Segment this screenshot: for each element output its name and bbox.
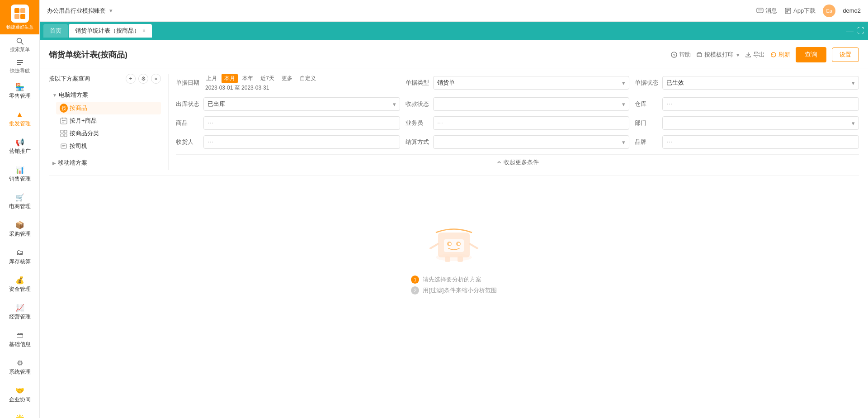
app-download-label: App下载 [793, 7, 816, 15]
brand-input[interactable]: ··· [662, 135, 859, 149]
sidebar-item-system[interactable]: ⚙ 系统管理 [2, 354, 38, 380]
sidebar-item-retail[interactable]: 🏪 零售管理 [2, 78, 38, 104]
tree-desktop-group[interactable]: ▼ 电脑端方案 [49, 88, 161, 102]
template-print-btn[interactable]: 按模板打印 ▾ [696, 51, 740, 59]
quick-nav-item[interactable]: 快捷导航 [0, 56, 39, 77]
marketing-label: 营销推广 [9, 147, 31, 155]
warehouse-label: 仓库 [635, 100, 660, 108]
tab-minimize-btn[interactable]: — [846, 27, 854, 35]
export-btn[interactable]: 导出 [745, 51, 765, 59]
settings-scheme-btn[interactable]: ⚙ [138, 74, 148, 84]
retail-label: 零售管理 [9, 92, 31, 100]
doc-status-label: 单据状态 [635, 79, 660, 87]
product-input[interactable]: ··· [203, 116, 400, 130]
tab-maximize-btn[interactable]: ⛶ [857, 27, 864, 35]
app-download-btn[interactable]: App下载 [784, 7, 816, 15]
sidebar: 畅捷通好生意 搜索菜单 快捷导航 🏪 零售管理 ▲ 批发管理 📢 营销推广 [0, 0, 40, 418]
settlement-input[interactable]: ▾ [433, 135, 630, 149]
doc-type-input[interactable]: 销货单 ▾ [433, 76, 630, 90]
sidebar-item-inventory[interactable]: 🗂 库存核算 [2, 243, 38, 270]
operations-icon: 📈 [15, 303, 24, 312]
svg-rect-6 [17, 60, 23, 61]
refresh-icon [770, 52, 777, 58]
export-icon [745, 52, 751, 58]
sidebar-item-operations[interactable]: 📈 经营管理 [2, 299, 38, 325]
warehouse-input[interactable]: ··· [662, 97, 859, 111]
receiver-input[interactable]: ··· [203, 135, 400, 149]
inventory-label: 库存核算 [9, 258, 31, 266]
refresh-label: 刷新 [778, 51, 790, 59]
help-btn[interactable]: ? 帮助 [671, 51, 691, 59]
quicknav-icon [16, 58, 24, 66]
industry-dropdown[interactable]: ▾ [109, 7, 113, 14]
user-name: demo2 [843, 7, 861, 14]
collapse-panel-btn[interactable]: « [151, 74, 161, 84]
date-tab-7days[interactable]: 近7天 [258, 74, 277, 83]
empty-illustration [427, 212, 481, 266]
date-tab-last-month[interactable]: 上月 [203, 74, 220, 83]
tree-item-by-month-product[interactable]: 按月+商品 [56, 114, 161, 127]
avatar-initials: Ea [826, 8, 832, 14]
tab-home[interactable]: 首页 [43, 24, 68, 38]
tree-item-by-scanner[interactable]: 按司机 [56, 140, 161, 152]
avatar[interactable]: Ea [823, 5, 835, 17]
query-btn[interactable]: 查询 [796, 47, 826, 62]
date-tab-this-month[interactable]: 本月 [222, 74, 238, 83]
template-print-arrow[interactable]: ▾ [736, 52, 740, 58]
tab-close-btn[interactable]: × [142, 28, 146, 34]
app-logo[interactable]: 畅捷通好生意 [0, 0, 39, 34]
sidebar-item-enterprise[interactable]: 🤝 企业协同 [2, 381, 38, 408]
sidebar-item-marketing[interactable]: 📢 营销推广 [2, 133, 38, 160]
tree-mobile-group[interactable]: ▶ 移动端方案 [49, 156, 161, 170]
doc-status-input[interactable]: 已生效 ▾ [662, 76, 859, 90]
empty-state: 1 请先选择要分析的方案 2 用[过滤]条件来缩小分析范围 [40, 176, 868, 331]
doc-type-arrow: ▾ [622, 80, 625, 86]
warehouse-dots: ··· [666, 100, 672, 108]
svg-point-32 [449, 243, 451, 245]
date-tab-this-year[interactable]: 本年 [240, 74, 256, 83]
date-tab-more[interactable]: 更多 [279, 74, 295, 83]
stock-status-input[interactable]: 已出库 ▾ [203, 97, 400, 111]
department-input[interactable]: ▾ [662, 116, 859, 130]
message-btn[interactable]: 消息 [756, 7, 777, 15]
sidebar-item-base[interactable]: 🗃 基础信息 [2, 326, 38, 353]
payment-status-input[interactable]: ▾ [433, 97, 630, 111]
by-scanner-icon [60, 142, 68, 150]
tip-text-1: 请先选择要分析的方案 [423, 276, 481, 284]
settlement-arrow: ▾ [622, 139, 625, 146]
sidebar-item-wholesale[interactable]: ▲ 批发管理 [2, 105, 38, 132]
search-menu-item[interactable]: 搜索菜单 [0, 34, 39, 56]
sidebar-item-sales[interactable]: 📊 销售管理 [2, 161, 38, 187]
operations-label: 经营管理 [9, 313, 31, 321]
payment-status-field: 收款状态 ▾ [406, 97, 630, 111]
receiver-dots: ··· [208, 138, 213, 146]
industry-title: 办公用品行业模拟账套 [47, 7, 106, 15]
page-actions: ? 帮助 按模板打印 ▾ [671, 47, 859, 62]
retail-icon: 🏪 [15, 82, 24, 91]
salesperson-label: 业务员 [406, 119, 430, 127]
svg-rect-35 [458, 256, 463, 262]
sidebar-item-finance[interactable]: 💰 资金管理 [2, 271, 38, 298]
tree-expand-icon: ▼ [52, 93, 57, 98]
settings-btn[interactable]: 设置 [832, 48, 859, 62]
finance-icon: 💰 [15, 276, 24, 285]
system-label: 系统管理 [9, 368, 31, 376]
date-tab-custom[interactable]: 自定义 [297, 74, 319, 83]
sidebar-item-guide[interactable]: 🌟 新手引导 [2, 409, 38, 418]
filter-row-4: 收货人 ··· 结算方式 ▾ 品牌 [176, 135, 859, 149]
collapse-btn[interactable]: 收起更多条件 [496, 158, 539, 166]
tree-item-by-product[interactable]: 按 按商品 [56, 102, 161, 114]
tab-active[interactable]: 销货单统计表（按商品） × [69, 24, 152, 38]
sidebar-item-ecommerce[interactable]: 🛒 电商管理 [2, 188, 38, 215]
refresh-btn[interactable]: 刷新 [770, 51, 790, 59]
add-scheme-btn[interactable]: + [126, 74, 136, 84]
payment-status-arrow: ▾ [622, 101, 625, 108]
sidebar-item-purchase[interactable]: 📦 采购管理 [2, 216, 38, 242]
brand-field: 品牌 ··· [635, 135, 859, 149]
product-label: 商品 [176, 119, 201, 127]
filter-row-3: 商品 ··· 业务员 ··· 部门 [176, 116, 859, 130]
salesperson-input[interactable]: ··· [433, 116, 630, 130]
date-field: 单据日期 上月 本月 本年 近7天 更多 自定义 2023-03-01 至 20… [176, 74, 400, 92]
svg-rect-34 [445, 256, 450, 262]
tree-item-by-category[interactable]: 按商品分类 [56, 127, 161, 140]
